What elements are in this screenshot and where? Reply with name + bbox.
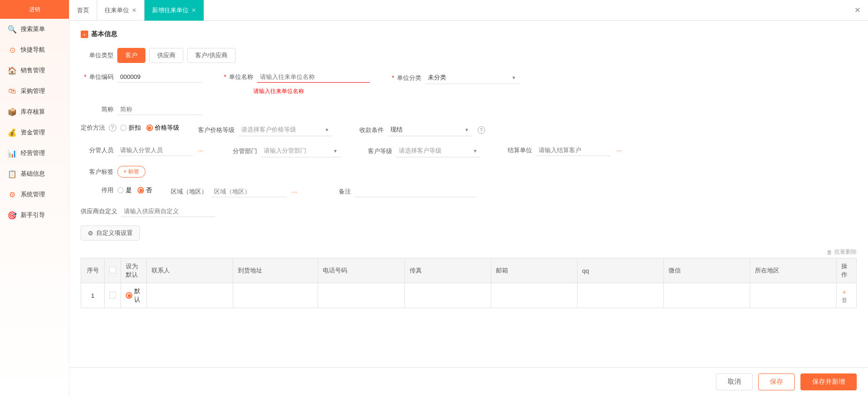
pricing-help-icon[interactable]: ? [109, 124, 116, 132]
unit-category-select[interactable]: 未分类 ▼ [425, 71, 519, 84]
col-region: 所在地区 [750, 258, 837, 283]
section-title: ▪ 基本信息 [81, 30, 857, 39]
contact-input[interactable] [152, 290, 228, 301]
unit-name-cell: * 单位名称 请输入往来单位名称 [221, 71, 370, 95]
sidebar-item-operation[interactable]: 📊 经营管理 [0, 143, 69, 163]
radio-discount[interactable]: 折扣 [120, 124, 141, 132]
region-input[interactable] [211, 186, 286, 197]
unit-type-cell: 单位类型 客户 供应商 客户/供应商 [81, 48, 236, 63]
sidebar-item-quick-nav[interactable]: ⊙ 快捷导航 [0, 39, 69, 60]
custom-settings-button[interactable]: ⚙ 自定义项设置 [81, 225, 140, 241]
sidebar-item-label: 系统管理 [21, 190, 45, 199]
manager-input[interactable] [117, 145, 192, 156]
tabs-bar-close-icon[interactable]: ✕ [847, 6, 868, 15]
row-delete-icon[interactable]: 🗑 [841, 296, 847, 303]
cell-fax[interactable] [404, 283, 491, 308]
payment-condition-select[interactable]: 现结 ▼ [388, 124, 472, 136]
tab-close-icon[interactable]: ✕ [191, 7, 196, 14]
btn-both[interactable]: 客户/供应商 [187, 48, 236, 63]
radio-label: 否 [146, 186, 152, 194]
supplier-custom-row: 供应商自定义 [81, 206, 857, 217]
tab-label: 新增往来单位 [152, 6, 189, 15]
btn-supplier[interactable]: 供应商 [149, 48, 183, 63]
radio-circle [117, 187, 124, 194]
col-phone: 电话号码 [318, 258, 404, 283]
required-star: * [84, 73, 86, 80]
unit-code-input[interactable] [117, 71, 202, 83]
contacts-table: 序号 设为默认 联系人 到货地址 电话号码 [81, 258, 857, 308]
cell-region[interactable] [750, 283, 837, 308]
region-more-icon[interactable]: ··· [290, 188, 299, 195]
save-new-button[interactable]: 保存并新增 [800, 373, 857, 390]
table-region-input[interactable] [755, 290, 831, 301]
unit-name-input[interactable] [257, 71, 370, 83]
radio-no[interactable]: 否 [137, 186, 152, 194]
wechat-input[interactable] [669, 290, 745, 301]
sidebar-item-sales[interactable]: 🏠 销售管理 [0, 60, 69, 81]
cell-qq[interactable] [577, 283, 663, 308]
short-name-input[interactable] [117, 104, 202, 115]
settlement-more-icon[interactable]: ··· [615, 147, 624, 154]
disabled-row: 停用 是 否 区域（地区） ··· 备注 [81, 186, 857, 197]
col-address: 到货地址 [233, 258, 318, 283]
customer-price-value: 请选择客户价格等级 [241, 125, 323, 134]
settlement-cell: 结算单位 ··· [499, 145, 624, 156]
batch-delete-label[interactable]: 批量删除 [834, 248, 857, 256]
header-checkbox[interactable] [109, 267, 116, 273]
sidebar-item-label: 快捷导航 [21, 46, 45, 54]
cancel-button[interactable]: 取消 [716, 373, 753, 390]
cell-contact[interactable] [147, 283, 233, 308]
dept-select[interactable]: 请输入分管部门 ▼ [261, 145, 341, 157]
remark-input[interactable] [355, 186, 477, 197]
email-input[interactable] [496, 290, 572, 301]
sidebar-item-basic-info[interactable]: 📋 基础信息 [0, 163, 69, 184]
bottom-bar: 取消 保存 保存并新增 [69, 367, 868, 396]
cell-wechat[interactable] [664, 283, 750, 308]
sidebar-item-search[interactable]: 🔍 搜索菜单 [0, 19, 69, 39]
default-radio[interactable] [126, 292, 132, 299]
address-input[interactable] [238, 290, 313, 301]
tab-contacts[interactable]: 往来单位 ✕ [97, 0, 145, 21]
dept-value: 请输入分管部门 [264, 147, 331, 155]
btn-customer[interactable]: 客户 [117, 48, 145, 63]
sidebar-item-purchase[interactable]: 🛍 采购管理 [0, 81, 69, 101]
remark-cell: 备注 [318, 186, 477, 197]
sidebar-item-new-guide[interactable]: 🎯 新手引导 [0, 205, 69, 225]
settings-gear-icon: ⚙ [88, 230, 93, 237]
customer-price-select[interactable]: 请选择客户价格等级 ▼ [238, 124, 332, 136]
sidebar-item-label: 新手引导 [21, 211, 45, 219]
supplier-custom-input[interactable] [121, 206, 215, 217]
sidebar-item-system[interactable]: ⚙ 系统管理 [0, 184, 69, 205]
cell-phone[interactable] [318, 283, 404, 308]
payment-condition-label: 收款条件 [351, 126, 384, 134]
sidebar-item-inventory[interactable]: 📦 库存核算 [0, 101, 69, 122]
sidebar-item-finance[interactable]: 💰 资金管理 [0, 122, 69, 143]
tab-close-icon[interactable]: ✕ [132, 7, 137, 14]
tab-home[interactable]: 首页 [69, 0, 97, 21]
cell-email[interactable] [491, 283, 577, 308]
radio-yes[interactable]: 是 [117, 186, 132, 194]
add-tag-button[interactable]: + 标签 [117, 166, 145, 178]
manager-more-icon[interactable]: ··· [196, 147, 206, 154]
batch-delete-area: 🗑 批量删除 [81, 248, 857, 256]
supplier-custom-label: 供应商自定义 [81, 207, 117, 216]
settlement-input[interactable] [536, 145, 611, 156]
row-checkbox[interactable] [109, 292, 116, 298]
fax-input[interactable] [410, 290, 486, 301]
unit-code-cell: * 单位编码 [81, 71, 202, 83]
unit-type-label: 单位类型 [81, 51, 114, 60]
customer-level-select[interactable]: 请选择客户等级 ▼ [396, 145, 480, 157]
region-cell: 区域（地区） ··· [171, 186, 299, 197]
short-name-cell: 简称 [81, 104, 202, 115]
save-button[interactable]: 保存 [758, 373, 795, 390]
section-icon: ▪ [81, 31, 88, 38]
qq-input[interactable] [582, 290, 659, 301]
radio-level[interactable]: 价格等级 [146, 124, 179, 132]
cell-address[interactable] [233, 283, 318, 308]
payment-help-icon[interactable]: ? [478, 126, 485, 134]
customer-level-cell: 客户等级 请选择客户等级 ▼ [359, 145, 480, 157]
tab-new-contact[interactable]: 新增往来单位 ✕ [145, 0, 204, 21]
pricing-row: 定价方法 ? 折扣 价格等级 客户价格等级 请选择客户价 [81, 124, 857, 136]
row-add-icon[interactable]: ＋ [841, 288, 847, 295]
phone-input[interactable] [323, 290, 399, 301]
